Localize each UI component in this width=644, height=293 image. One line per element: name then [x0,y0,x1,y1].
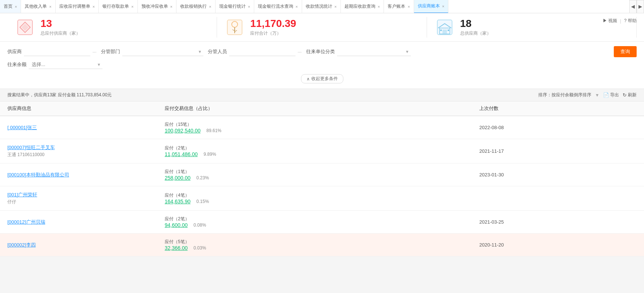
supplier-link-6[interactable]: [000002]李四 [7,242,165,248]
table-row: [000002]李四 应付（5笔） 32,366.00 0.03% 2020-1… [0,234,644,256]
nav-next-arrow[interactable]: ▶ [637,0,644,13]
sort-selector[interactable]: 排序：按应付余额倒序排序 [538,92,591,98]
nav-tab-cash-bank-flow-close[interactable]: × [295,4,298,9]
tx-cell-4: 应付（4笔） 164,635.90 0.15% [165,192,479,204]
supplier-dots-icon[interactable]: ··· [92,49,97,55]
supplier-link-4[interactable]: [001]广州荣轩 [7,192,165,198]
table-body: [ 000001]张三 应付（15笔） 100,092,540.00 89.61… [0,116,644,256]
tx-label-4: 应付（4笔） [165,192,479,199]
tx-label-6: 应付（5笔） [165,239,479,245]
nav-tab-cash-bank-stat[interactable]: 现金银行统计 × [216,0,254,13]
video-link[interactable]: ▶ 视频 [603,18,617,24]
nav-tab-verify[interactable]: 收款核销执行 × [176,0,215,13]
tx-amount-5[interactable]: 94,600.00 [165,222,188,228]
summary-bar: 13 总应付供应商（家） 11,170.39 应付合计（万） [0,13,644,42]
filter-supplier: 供应商 ··· [7,47,97,56]
query-button[interactable]: 查询 [614,46,637,57]
collapse-bar: ∧ 收起更多条件 [7,72,637,84]
nav-tab-verify-close[interactable]: × [209,4,211,9]
export-button[interactable]: 📄 导出 [603,92,619,98]
nav-tab-prepay[interactable]: 预收冲应收单 × [138,0,176,13]
nav-tab-bank-deposit-label: 银行存取款单 [102,3,129,10]
nav-tab-overdue-close[interactable]: × [378,4,380,9]
last-pay-1: 2022-08-08 [479,125,637,130]
supplier-link-5[interactable]: [000012]广州贝瑞 [7,219,165,225]
nav-tab-customer-account-close[interactable]: × [407,4,410,9]
dept-input[interactable] [122,47,203,56]
summary-text-payable-total: 11,170.39 应付合计（万） [250,18,296,37]
nav-tab-home-label: 首页 [4,3,13,10]
last-pay-6: 2020-11-20 [479,242,637,248]
nav-tab-home-close[interactable]: × [15,4,17,9]
tx-amount-3[interactable]: 258,000.00 [165,175,190,181]
filter-area: 供应商 ··· 分管部门 ▼ 分管人员 ··· 往来单位分类 ▼ 查询 往来 [0,42,644,89]
tx-label-1: 应付（15笔） [165,121,479,128]
nav-prev-arrow[interactable]: ◀ [629,0,637,13]
summary-item-payable-total: 11,170.39 应付合计（万） [217,17,427,38]
tx-amount-2[interactable]: 11,051,486.00 [165,151,198,157]
tx-amount-1[interactable]: 100,092,540.00 [165,128,200,134]
nav-tab-customer-account[interactable]: 客户账本 × [384,0,414,13]
nav-tab-other-income[interactable]: 其他收入单 × [21,0,55,13]
nav-tab-prepay-close[interactable]: × [170,4,172,9]
person-input[interactable] [229,47,295,56]
nav-tab-supplier-account-close[interactable]: × [442,4,444,8]
help-link[interactable]: ? 帮助 [624,18,637,24]
table-row: [000007]恒旺二手叉车 王通 17106110000 应付（2笔） 11,… [0,139,644,163]
collapse-chevron-icon: ∧ [307,76,310,82]
tx-amount-6[interactable]: 32,366.00 [165,245,188,251]
tx-cell-5: 应付（2笔） 94,600.00 0.08% [165,216,479,228]
table-header: 供应商信息 应付交易信息（占比） 上次付数 [0,101,644,116]
filter-balance: 往来余额 ▼ [7,60,102,69]
refresh-button[interactable]: ↻ 刷新 [623,92,637,98]
tx-label-3: 应付（1笔） [165,169,479,175]
nav-tab-home[interactable]: 首页 × [0,0,21,13]
nav-tab-cash-bank-stat-close[interactable]: × [248,4,250,9]
tx-row-1: 100,092,540.00 89.61% [165,128,479,134]
nav-tab-supplier-account-label: 供应商账本 [418,3,440,9]
supplier-link-3[interactable]: [000100]本特勤油品有限公司 [7,172,165,178]
unit-class-filter-label: 往来单位分类 [306,48,335,55]
nav-tab-bank-deposit[interactable]: 银行存取款单 × [99,0,137,13]
nav-tab-adjust-close[interactable]: × [92,4,95,9]
person-dots-icon[interactable]: ··· [298,49,302,55]
payable-total-label: 应付合计（万） [250,30,296,37]
person-filter-label: 分管人员 [208,48,227,55]
tx-percent-4: 0.15% [196,199,209,204]
tx-row-3: 258,000.00 0.23% [165,175,479,181]
tx-cell-6: 应付（5笔） 32,366.00 0.03% [165,239,479,251]
balance-input[interactable] [29,60,102,69]
svg-rect-10 [442,30,447,34]
nav-tab-cash-bank-flow[interactable]: 现金银行流水查询 × [254,0,302,13]
nav-tab-bank-deposit-close[interactable]: × [131,4,133,9]
unit-class-input[interactable] [337,47,411,56]
nav-tab-collection-stat[interactable]: 收款情况统计 × [302,0,341,13]
tx-amount-4[interactable]: 164,635.90 [165,199,190,204]
nav-tab-supplier-account[interactable]: 供应商账本 × [414,0,448,13]
unit-class-select-wrapper: ▼ [337,47,411,56]
supplier-link-1[interactable]: [ 000001]张三 [7,124,165,131]
results-summary-text: 搜索结果中，供应商13家 应付金额 111,703,854.00元 [7,92,112,98]
refresh-label: 刷新 [628,92,637,98]
supplier-input[interactable] [24,47,90,56]
summary-text-total-suppliers: 18 总供应商（家） [460,18,491,37]
supplier-cell-3: [000100]本特勤油品有限公司 [7,172,165,178]
tx-row-6: 32,366.00 0.03% [165,245,479,251]
nav-tab-adjust[interactable]: 应收应付调整单 × [56,0,99,13]
suppliers-payable-number: 13 [41,18,80,29]
collapse-button[interactable]: ∧ 收起更多条件 [301,74,343,83]
tx-percent-6: 0.03% [193,245,206,251]
nav-tab-adjust-label: 应收应付调整单 [59,3,90,10]
filter-person: 分管人员 ··· [208,47,302,56]
summary-text-suppliers-payable: 13 总应付供应商（家） [41,18,80,37]
nav-tab-cash-bank-flow-label: 现金银行流水查询 [258,3,293,10]
total-suppliers-number: 18 [460,18,491,29]
supplier-sub-4: 仔仔 [7,199,165,205]
tx-cell-2: 应付（2笔） 11,051,486.00 9.89% [165,145,479,157]
supplier-link-2[interactable]: [000007]恒旺二手叉车 [7,144,165,151]
tx-row-2: 11,051,486.00 9.89% [165,151,479,157]
nav-tab-other-income-close[interactable]: × [49,4,51,9]
nav-tab-overdue[interactable]: 超期应收款查询 × [341,0,384,13]
nav-tab-collection-stat-close[interactable]: × [335,4,337,9]
total-suppliers-label: 总供应商（家） [460,30,491,37]
